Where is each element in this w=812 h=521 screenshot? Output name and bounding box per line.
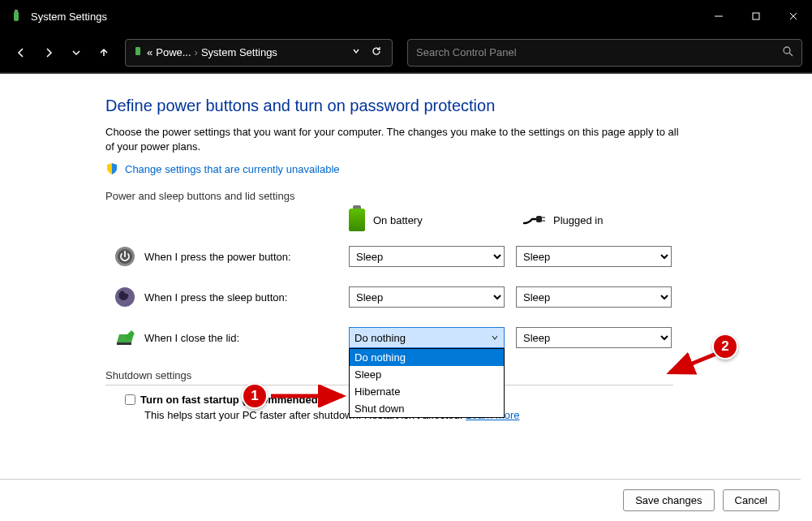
table-row: When I press the power button: Sleep Sle… (105, 236, 780, 277)
svg-rect-15 (117, 342, 131, 345)
footer-bar: Save changes Cancel (0, 479, 801, 521)
section-label-power: Power and sleep buttons and lid settings (105, 190, 780, 202)
breadcrumb-item[interactable]: Powe... (156, 46, 191, 58)
battery-mini-icon (132, 45, 144, 59)
table-row: When I press the sleep button: Sleep Sle… (105, 277, 780, 317)
content-pane: Define power buttons and turn on passwor… (0, 74, 812, 521)
breadcrumb-item[interactable]: System Settings (201, 46, 277, 58)
close-button[interactable] (775, 0, 812, 32)
dropdown-option[interactable]: Shut down (350, 400, 504, 417)
dropdown-option[interactable]: Hibernate (350, 383, 504, 400)
battery-icon (349, 209, 365, 231)
plug-icon (522, 212, 545, 229)
search-icon (782, 45, 793, 59)
row-label: When I press the power button: (144, 251, 349, 263)
svg-rect-0 (14, 11, 19, 21)
lid-battery-select[interactable]: Do nothing (349, 327, 505, 348)
row-label: When I close the lid: (144, 332, 349, 344)
search-placeholder: Search Control Panel (416, 46, 517, 58)
recent-dropdown[interactable] (65, 41, 88, 64)
annotation-badge-2: 2 (712, 334, 738, 360)
save-button[interactable]: Save changes (623, 489, 714, 511)
power-icon (110, 245, 140, 268)
back-button[interactable] (10, 41, 32, 64)
svg-rect-6 (135, 47, 140, 55)
dropdown-option[interactable]: Sleep (350, 366, 504, 383)
cancel-button[interactable]: Cancel (723, 489, 780, 511)
svg-rect-3 (753, 13, 759, 19)
power-battery-select[interactable]: Sleep (349, 246, 505, 267)
annotation-badge-1: 1 (242, 383, 268, 409)
svg-line-17 (670, 351, 722, 372)
window-title: System Settings (31, 11, 700, 23)
lid-battery-selected-value: Do nothing (354, 332, 406, 344)
page-description: Choose the power settings that you want … (105, 125, 690, 154)
maximize-button[interactable] (737, 0, 775, 32)
svg-line-8 (789, 53, 793, 56)
refresh-button[interactable] (367, 45, 385, 59)
lid-battery-options-list: Do nothing Sleep Hibernate Shut down (349, 348, 505, 418)
nav-toolbar: « Powe... › System Settings Search Contr… (0, 32, 812, 73)
svg-rect-1 (15, 10, 18, 11)
minimize-button[interactable] (700, 0, 737, 32)
page-title: Define power buttons and turn on passwor… (105, 97, 780, 115)
up-button[interactable] (92, 41, 115, 64)
row-label: When I press the sleep button: (144, 291, 349, 304)
search-input[interactable]: Search Control Panel (407, 39, 802, 67)
shield-icon (105, 162, 118, 175)
svg-point-7 (784, 47, 790, 54)
fast-startup-checkbox[interactable] (125, 394, 135, 405)
dropdown-option[interactable]: Do nothing (350, 349, 504, 366)
sleep-battery-select[interactable]: Sleep (349, 286, 505, 308)
window-titlebar: System Settings (0, 0, 812, 32)
col-battery-label: On battery (373, 214, 423, 226)
lid-plugged-select[interactable]: Sleep (516, 327, 672, 348)
svg-rect-9 (536, 216, 542, 222)
power-settings-table: On battery Plugged in When I press the p… (105, 209, 780, 358)
chevron-down-icon (491, 332, 499, 344)
lid-icon (110, 326, 140, 349)
forward-button[interactable] (37, 41, 60, 64)
address-history-dropdown[interactable] (348, 46, 364, 58)
power-plugged-select[interactable]: Sleep (516, 246, 672, 267)
breadcrumb-pre: « (147, 46, 153, 58)
app-icon (10, 10, 23, 23)
annotation-arrow-1 (268, 385, 349, 407)
chevron-right-icon: › (195, 46, 198, 58)
sleep-icon (110, 286, 140, 308)
change-unavailable-link[interactable]: Change settings that are currently unava… (125, 163, 340, 175)
col-plugged-label: Plugged in (553, 214, 603, 226)
sleep-plugged-select[interactable]: Sleep (516, 286, 672, 308)
address-bar[interactable]: « Powe... › System Settings (125, 39, 393, 67)
